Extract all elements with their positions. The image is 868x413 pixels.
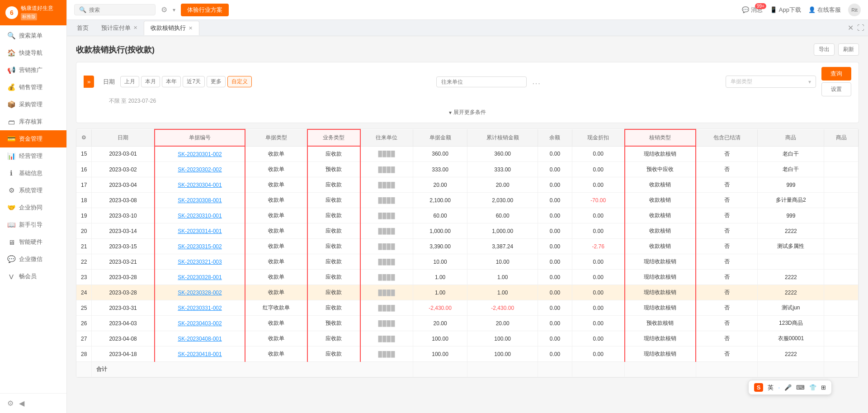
sidebar-item-hardware[interactable]: 🖥 智能硬件 [0, 233, 66, 251]
avatar[interactable]: Rit [848, 4, 861, 16]
sidebar-item-marketing[interactable]: 📢 营销推广 [0, 62, 66, 79]
sidebar-item-inventory[interactable]: 🗃 库存核算 [0, 113, 66, 130]
im-grid-icon[interactable]: ⊞ [821, 384, 826, 391]
table-cell: 0.00 [538, 208, 572, 223]
solution-button[interactable]: 体验行业方案 [181, 4, 229, 16]
close-prepay-tab-icon[interactable]: ✕ [133, 25, 137, 31]
date-this-month-btn[interactable]: 本月 [141, 76, 160, 87]
sidebar-item-quicknav[interactable]: 🏠 快捷导航 [0, 44, 66, 62]
table-cell: 收款单 [245, 239, 307, 254]
table-cell [824, 347, 859, 362]
table-cell: ████ [360, 285, 413, 300]
im-keyboard-icon[interactable]: ⌨ [796, 384, 805, 391]
date-more-btn[interactable]: 更多 [207, 76, 226, 87]
th-date: 日期 [92, 129, 155, 146]
bill-no-cell[interactable]: SK-20230328-002 [155, 285, 245, 300]
close-window-icon[interactable]: ✕ [848, 24, 854, 32]
im-shirt-icon[interactable]: 👕 [809, 384, 816, 391]
th-bill-no: 单据编号 [155, 129, 245, 146]
bill-no-cell[interactable]: SK-20230302-002 [155, 162, 245, 177]
bill-type-filter[interactable]: 单据类型 ▾ [726, 76, 816, 88]
maximize-icon[interactable]: ⛶ [857, 24, 864, 32]
unit-filter-input[interactable] [436, 76, 527, 87]
chevron-down-icon: ▾ [808, 79, 811, 85]
search-input[interactable] [89, 7, 143, 13]
date-last-month-btn[interactable]: 上月 [120, 76, 139, 87]
topbar-search-box[interactable]: 🔍 [74, 4, 156, 15]
tab-prepay[interactable]: 预计应付单 ✕ [95, 21, 144, 35]
bill-no-cell[interactable]: SK-20230321-003 [155, 254, 245, 270]
bill-no-cell[interactable]: SK-20230310-001 [155, 208, 245, 223]
app-download-link[interactable]: 📱 App下载 [770, 6, 801, 14]
cancel-type-cell: 现结收款核销 [625, 347, 696, 362]
table-cell [824, 177, 859, 193]
tab-home[interactable]: 首页 [71, 21, 95, 35]
table-cell [824, 239, 859, 254]
biz-type-cell: 应收款 [307, 239, 360, 254]
export-button[interactable]: 导出 [814, 43, 835, 56]
bill-no-cell[interactable]: SK-20230403-002 [155, 316, 245, 331]
online-service-link[interactable]: 👤 在线客服 [808, 6, 841, 14]
table-cell: 收款单 [245, 177, 307, 193]
table-cell: 收款单 [245, 223, 307, 239]
bill-no-cell[interactable]: SK-20230315-002 [155, 239, 245, 254]
topbar-gear-icon[interactable]: ⚙ [161, 5, 167, 14]
table-cell: ████ [360, 146, 413, 162]
sidebar-item-corp[interactable]: 🤝 企业协同 [0, 199, 66, 216]
sidebar-item-finance[interactable]: 💳 资金管理 [0, 130, 66, 147]
hardware-icon: 🖥 [7, 238, 15, 246]
topbar: 🔍 ⚙ ▾ 体验行业方案 💬 消息 99+ 📱 App下载 👤 在线客服 Rit [67, 0, 868, 20]
th-amount: 单据金额 [413, 129, 467, 146]
sidebar-item-search[interactable]: 🔍 搜索菜单 [0, 27, 66, 44]
sidebar-item-member[interactable]: V 畅会员 [0, 268, 66, 285]
sidebar-item-purchase[interactable]: 📦 采购管理 [0, 96, 66, 113]
sidebar-item-guide[interactable]: 📖 新手引导 [0, 216, 66, 233]
biz-type-cell: 预收款 [307, 316, 360, 331]
sidebar-item-wechat[interactable]: 💬 企业微信 [0, 251, 66, 268]
collapse-icon[interactable]: ◀ [19, 399, 24, 408]
cancel-type-cell: 收款核销 [625, 208, 696, 223]
refresh-button[interactable]: 刷新 [838, 43, 859, 56]
bill-no-cell[interactable]: SK-20230418-001 [155, 347, 245, 362]
table-cell [824, 300, 859, 316]
table-cell: 2023-03-15 [92, 239, 155, 254]
footer-product1 [758, 362, 824, 377]
finance-icon: 💳 [7, 135, 15, 143]
bill-no-cell[interactable]: SK-20230328-001 [155, 270, 245, 285]
topbar-dropdown-icon[interactable]: ▾ [173, 7, 175, 13]
close-collection-tab-icon[interactable]: ✕ [189, 25, 193, 31]
biz-type-cell: 应收款 [307, 177, 360, 193]
footer-amount [413, 362, 467, 377]
tab-collection[interactable]: 收款核销执行 ✕ [144, 21, 199, 35]
cancel-type-cell: 预收款核销 [625, 316, 696, 331]
filter-expand-button[interactable]: » [84, 76, 94, 88]
sidebar-item-operation[interactable]: 📊 经营管理 [0, 147, 66, 165]
biz-type-cell: 应收款 [307, 223, 360, 239]
date-custom-btn[interactable]: 自定义 [227, 76, 252, 87]
table-cell: 22 [76, 254, 92, 270]
query-button[interactable]: 查询 [821, 67, 851, 81]
cancel-type-cell: 现结收款核销 [625, 300, 696, 316]
sidebar-item-basic[interactable]: ℹ 基础信息 [0, 165, 66, 182]
messages-button[interactable]: 💬 消息 99+ [742, 6, 763, 14]
im-mic-icon[interactable]: 🎤 [784, 384, 792, 391]
bill-no-cell[interactable]: SK-20230408-001 [155, 331, 245, 347]
table-cell: -70.00 [572, 193, 625, 208]
date-this-year-btn[interactable]: 本年 [162, 76, 181, 87]
date-7days-btn[interactable]: 近7天 [183, 76, 205, 87]
im-lang-label[interactable]: 英 [768, 384, 774, 392]
bill-no-cell[interactable]: SK-20230308-001 [155, 193, 245, 208]
settings-button[interactable]: 设置 [821, 82, 851, 96]
table-cell: 999 [758, 177, 824, 193]
table-row: 252023-03-31SK-20230331-002红字收款单应收款████-… [76, 300, 859, 316]
sidebar-item-sales[interactable]: 💰 销售管理 [0, 79, 66, 96]
bill-no-cell[interactable]: SK-20230304-001 [155, 177, 245, 193]
sidebar-item-system[interactable]: ⚙ 系统管理 [0, 182, 66, 199]
table-cell: 26 [76, 316, 92, 331]
bill-no-cell[interactable]: SK-20230331-002 [155, 300, 245, 316]
settings-icon[interactable]: ⚙ [7, 399, 14, 408]
expand-more-btn[interactable]: ▾ 展开更多条件 [84, 107, 851, 118]
bill-no-cell[interactable]: SK-20230301-002 [155, 146, 245, 162]
th-settings[interactable]: ⚙ [76, 129, 92, 146]
bill-no-cell[interactable]: SK-20230314-001 [155, 223, 245, 239]
